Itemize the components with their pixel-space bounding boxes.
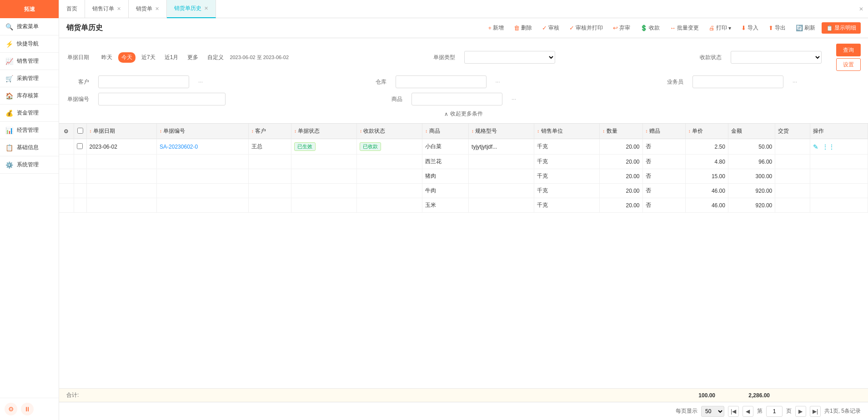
tab-close-sales-history[interactable]: ✕ [204, 5, 208, 11]
warehouse-more-icon[interactable]: ··· [496, 79, 500, 85]
warehouse-input[interactable] [396, 75, 487, 88]
filter-area: 单据日期 昨天 今天 近7天 近1月 更多 自定义 2023-06-02 至 2… [59, 38, 868, 124]
abandon-button[interactable]: ↩ 弃审 [609, 22, 634, 34]
pay-status-cell [357, 184, 422, 198]
refresh-button[interactable]: 🔄 刷新 [792, 22, 819, 34]
unit-cell: 千克 [534, 155, 600, 169]
pagination-bar: 每页显示 50 100 200 |◀ ◀ 第 页 ▶ ▶| 共1页, 5条记录 [59, 402, 868, 420]
export-button[interactable]: ⬆ 导出 [765, 22, 789, 34]
filter-settings-button[interactable]: 设置 [836, 58, 861, 71]
sidebar-item-basic-info[interactable]: 📋基础信息 [0, 139, 59, 156]
date-btn-today[interactable]: 今天 [118, 52, 135, 63]
gear-column[interactable]: ⚙ [59, 124, 74, 139]
page-size-select[interactable]: 50 100 200 [701, 406, 724, 417]
col-doc-no[interactable]: ↕ 单据编号 [157, 124, 249, 139]
tab-sales-goods[interactable]: 销货单✕ [129, 0, 167, 18]
more-icon[interactable]: ⋮⋮ [822, 143, 835, 150]
audit-print-button[interactable]: ✓ 审核并打印 [566, 22, 607, 34]
batch-change-button[interactable]: ↔ 批量变更 [666, 22, 702, 34]
check-cell[interactable] [74, 139, 86, 155]
check-column[interactable] [74, 124, 86, 139]
next-page-button[interactable]: ▶ [795, 406, 806, 417]
audit-button[interactable]: ✓ 审核 [538, 22, 563, 34]
check-cell[interactable] [74, 169, 86, 184]
date-btn-1month[interactable]: 近1月 [161, 52, 182, 63]
sidebar-settings-icon[interactable]: ⚙ [5, 403, 17, 415]
sidebar-icon-sys-mgmt: ⚙️ [5, 161, 13, 169]
salesman-more-icon[interactable]: ··· [793, 79, 797, 85]
goods-input[interactable] [411, 93, 502, 105]
doc-status-badge: 已生效 [294, 142, 316, 151]
show-detail-button[interactable]: 📋 显示明细 [822, 22, 861, 34]
sidebar-item-purchase-mgmt[interactable]: 🛒采购管理 [0, 70, 59, 87]
sidebar-icon-fund-mgmt: 💰 [5, 110, 13, 117]
col-doc-status[interactable]: ↕ 单据状态 [291, 124, 357, 139]
sidebar-item-inventory-calc[interactable]: 🏠库存核算 [0, 87, 59, 105]
tabs-close-all[interactable]: ✕ [859, 6, 868, 12]
check-cell[interactable] [74, 198, 86, 213]
edit-icon[interactable]: ✎ [813, 143, 818, 150]
doc-type-select[interactable] [464, 51, 555, 64]
date-btn-custom[interactable]: 自定义 [204, 52, 227, 63]
date-btn-more[interactable]: 更多 [184, 52, 201, 63]
action-cell-outer: ✎⋮⋮ [810, 139, 868, 155]
date-btn-7days[interactable]: 近7天 [138, 52, 159, 63]
col-spec[interactable]: ↕ 规格型号 [469, 124, 534, 139]
pay-status-select[interactable] [731, 51, 822, 64]
col-gift[interactable]: ↕ 赠品 [642, 124, 685, 139]
salesman-input[interactable] [692, 75, 783, 88]
select-all-checkbox[interactable] [77, 128, 83, 134]
tab-sales-order[interactable]: 销售订单✕ [85, 0, 129, 18]
action-cell: ✎⋮⋮ [813, 143, 865, 150]
new-button[interactable]: + 新增 [484, 22, 507, 34]
last-page-button[interactable]: ▶| [810, 406, 821, 417]
amount-cell: 300.00 [728, 169, 775, 184]
col-pay-status[interactable]: ↕ 收款状态 [357, 124, 422, 139]
sidebar-item-fund-mgmt[interactable]: 💰资金管理 [0, 105, 59, 122]
sidebar-label-quick-nav: 快捷导航 [17, 40, 39, 48]
col-qty[interactable]: ↕ 数量 [600, 124, 642, 139]
collect-button[interactable]: 💲 收款 [637, 22, 663, 34]
spec-cell [469, 155, 534, 169]
delete-button[interactable]: 🗑 删除 [510, 22, 536, 34]
row-checkbox[interactable] [77, 143, 83, 149]
doc-no-input[interactable] [98, 93, 226, 105]
unit-cell: 千克 [534, 184, 600, 198]
sidebar-item-sales-mgmt[interactable]: 📈销售管理 [0, 53, 59, 70]
sidebar-item-sys-mgmt[interactable]: ⚙️系统管理 [0, 156, 59, 174]
sidebar-item-ops-mgmt[interactable]: 📊经营管理 [0, 122, 59, 139]
query-button[interactable]: 查询 [836, 44, 861, 56]
first-page-button[interactable]: |◀ [728, 406, 739, 417]
doc-no-cell [157, 184, 249, 198]
doc-no-link[interactable]: SA-20230602-0 [160, 144, 198, 150]
col-doc-date[interactable]: ↕ 单据日期 [86, 124, 157, 139]
customer-cell: 王总 [248, 139, 291, 155]
print-button[interactable]: 🖨 打印 ▾ [705, 22, 735, 34]
col-customer[interactable]: ↕ 客户 [248, 124, 291, 139]
page-number-input[interactable] [766, 406, 783, 417]
goods-more-icon[interactable]: ··· [512, 96, 516, 102]
trade-cell [775, 184, 810, 198]
sidebar-item-search-menu[interactable]: 🔍搜索菜单 [0, 18, 59, 35]
sidebar-pause-icon[interactable]: ⏸ [21, 403, 34, 415]
collapse-button[interactable]: ∧ 收起更多条件 [444, 110, 483, 118]
page-size-label: 每页显示 [676, 407, 697, 415]
col-unit[interactable]: ↕ 销售单位 [534, 124, 600, 139]
sidebar-label-fund-mgmt: 资金管理 [17, 109, 39, 117]
customer-more-icon[interactable]: ··· [198, 79, 203, 85]
col-goods[interactable]: ↕ 商品 [422, 124, 469, 139]
delete-icon: 🗑 [514, 25, 520, 31]
import-button[interactable]: ⬇ 导入 [738, 22, 762, 34]
check-cell[interactable] [74, 184, 86, 198]
tab-home[interactable]: 首页 [59, 0, 85, 18]
sidebar: 拓速 🔍搜索菜单⚡快捷导航📈销售管理🛒采购管理🏠库存核算💰资金管理📊经营管理📋基… [0, 0, 59, 420]
col-price[interactable]: ↕ 单价 [685, 124, 728, 139]
tab-sales-history[interactable]: 销货单历史✕ [167, 0, 216, 18]
sidebar-item-quick-nav[interactable]: ⚡快捷导航 [0, 35, 59, 53]
customer-input[interactable] [98, 75, 189, 88]
prev-page-button[interactable]: ◀ [743, 406, 753, 417]
check-cell[interactable] [74, 155, 86, 169]
tab-close-sales-goods[interactable]: ✕ [155, 6, 159, 12]
date-btn-yesterday[interactable]: 昨天 [98, 52, 115, 63]
tab-close-sales-order[interactable]: ✕ [117, 6, 121, 12]
